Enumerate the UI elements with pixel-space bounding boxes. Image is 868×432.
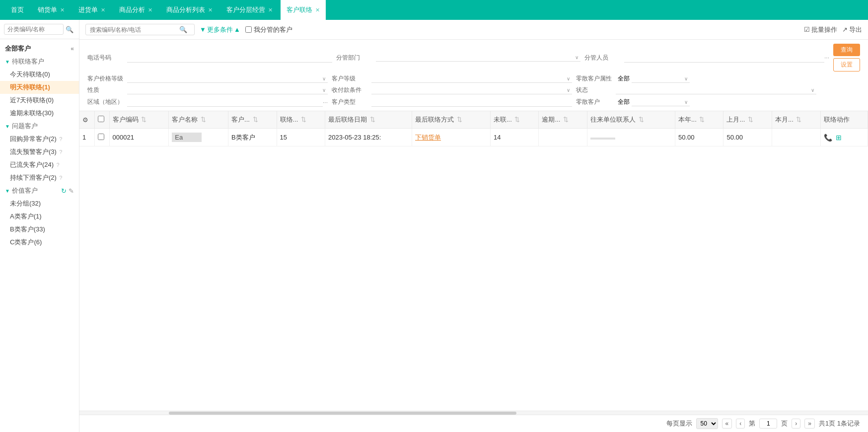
select-all-checkbox[interactable]: [98, 116, 104, 122]
row-last-contact-date: 2023-05-23 18:25:: [325, 129, 412, 146]
close-purchase-order-icon[interactable]: ✕: [101, 7, 105, 13]
all-customers-header[interactable]: 全部客户 «: [0, 42, 79, 55]
my-customers-checkbox-label[interactable]: 我分管的客户: [245, 25, 292, 34]
row-checkbox-cell[interactable]: [94, 129, 109, 146]
row-last-contact-method[interactable]: 下销货单: [412, 129, 491, 146]
sidebar-item-tomorrow-pending[interactable]: 明天待联络(1): [0, 81, 79, 94]
value-group-title[interactable]: ▼ 价值客户: [5, 186, 38, 195]
prev-page-button[interactable]: ‹: [736, 419, 745, 429]
row-checkbox[interactable]: [98, 134, 104, 140]
batch-operation-button[interactable]: ☑ 批量操作: [804, 25, 837, 34]
nav-purchase-order[interactable]: 进货单 ✕: [72, 0, 111, 20]
col-settings[interactable]: ⚙: [79, 111, 94, 129]
filter-region-more[interactable]: ···: [323, 99, 328, 106]
filter-status-select[interactable]: ∨: [616, 86, 816, 94]
per-page-select[interactable]: 50: [696, 418, 718, 429]
sidebar-item-b-class[interactable]: B类客户(33): [0, 223, 79, 236]
sidebar-item-overdue-pending[interactable]: 逾期未联络(30): [0, 107, 79, 120]
contact-person-masked: [590, 138, 615, 140]
sidebar-item-7days-pending[interactable]: 近7天待联络(0): [0, 94, 79, 107]
close-sales-order-icon[interactable]: ✕: [60, 7, 65, 13]
retail-attr-chevron-icon: ∨: [684, 76, 688, 81]
col-last-contact-date[interactable]: 最后联络日期 ⇅: [325, 111, 412, 129]
problem-group-title[interactable]: ▼ 问题客户: [0, 120, 79, 133]
sidebar-item-churned[interactable]: 已流失客户(24) ?: [0, 158, 79, 171]
nav-customer-contact[interactable]: 客户联络 ✕: [281, 0, 326, 20]
nav-product-analysis-list[interactable]: 商品分析列表 ✕: [160, 0, 218, 20]
sidebar-search-input[interactable]: [4, 24, 64, 35]
search-input[interactable]: [90, 26, 179, 33]
row-contact-count: 15: [277, 129, 325, 146]
query-button[interactable]: 查询: [833, 44, 860, 56]
col-checkbox[interactable]: [94, 111, 109, 129]
row-name[interactable]: Ea: [169, 129, 228, 146]
nav-product-analysis[interactable]: 商品分析 ✕: [113, 0, 158, 20]
col-this-month[interactable]: 本月... ⇅: [772, 111, 821, 129]
export-button[interactable]: ↗ 导出: [842, 25, 862, 34]
nav-customer-tier[interactable]: 客户分层经营 ✕: [220, 0, 279, 20]
filter-region-input[interactable]: [127, 97, 323, 107]
nav-sales-order[interactable]: 销货单 ✕: [32, 0, 71, 20]
col-customer-name[interactable]: 客户名称 ⇅: [169, 111, 228, 129]
sidebar-item-unclassified[interactable]: 未分组(32): [0, 197, 79, 210]
close-product-analysis-list-icon[interactable]: ✕: [208, 7, 213, 13]
data-table-wrap: ⚙ 客户编码 ⇅ 客户名称 ⇅ 客户... ⇅: [79, 111, 868, 411]
col-customer-type[interactable]: 客户... ⇅: [228, 111, 277, 129]
col-last-month[interactable]: 上月... ⇅: [723, 111, 772, 129]
filter-customer-level-select[interactable]: ∨: [371, 75, 572, 83]
close-customer-tier-icon[interactable]: ✕: [268, 7, 273, 13]
col-contact-person[interactable]: 往来单位联系人 ⇅: [587, 111, 675, 129]
filter-price-level-select[interactable]: ∨: [127, 75, 328, 83]
horizontal-scrollbar[interactable]: [79, 411, 868, 415]
filter-retail-customer-select[interactable]: ∨: [632, 98, 690, 106]
sidebar-item-declining[interactable]: 持续下滑客户(2) ?: [0, 171, 79, 184]
close-product-analysis-icon[interactable]: ✕: [148, 7, 152, 13]
sidebar-item-churn-warning[interactable]: 流失预警客户(3) ?: [0, 145, 79, 158]
filter-payment-terms-select[interactable]: ∨: [371, 86, 572, 94]
col-customer-code[interactable]: 客户编码 ⇅: [109, 111, 169, 129]
sidebar-search-icon[interactable]: 🔍: [66, 26, 73, 33]
col-overdue[interactable]: 逾期... ⇅: [539, 111, 587, 129]
filter-row-1: 电话号码 分管部门 ∨ 分管人员 ··· 查询 设置: [87, 44, 860, 72]
filter-nature-select[interactable]: ∨: [127, 86, 328, 94]
scrollbar-thumb[interactable]: [169, 412, 516, 415]
close-customer-contact-icon[interactable]: ✕: [315, 7, 320, 13]
page-number-input[interactable]: [759, 419, 777, 429]
more-conditions-toggle[interactable]: ▼ 更多条件 ▲: [200, 25, 240, 34]
filter-manager-more[interactable]: ···: [824, 54, 829, 61]
filter-phone-input[interactable]: [127, 53, 332, 63]
col-last-contact-method[interactable]: 最后联络方式 ⇅: [412, 111, 491, 129]
sort-year-icon: ⇅: [699, 116, 705, 123]
status-chevron-icon: ∨: [811, 87, 814, 93]
filter-region: 区域（地区） ···: [87, 97, 328, 107]
value-edit-icon[interactable]: ✎: [69, 187, 74, 195]
filter-customer-type-input[interactable]: [371, 97, 572, 107]
settings-button[interactable]: 设置: [833, 58, 860, 72]
sidebar-item-purchase-abnormal[interactable]: 回购异常客户(2) ?: [0, 133, 79, 145]
sidebar-search-area: 🔍: [0, 20, 79, 39]
sidebar-item-a-class[interactable]: A类客户(1): [0, 210, 79, 223]
filter-phone: 电话号码: [87, 53, 332, 63]
pending-group-title[interactable]: ▼ 待联络客户: [0, 55, 79, 68]
sidebar-item-c-class[interactable]: C类客户(6): [0, 236, 79, 249]
sidebar-item-today-pending[interactable]: 今天待联络(0): [0, 68, 79, 81]
next-page-button[interactable]: ›: [792, 419, 800, 429]
nav-home[interactable]: 首页: [5, 0, 30, 20]
col-this-year[interactable]: 本年... ⇅: [675, 111, 723, 129]
filter-dept-select[interactable]: ∨: [376, 54, 581, 62]
filter-payment-terms: 收付款条件 ∨: [332, 86, 572, 94]
col-contact-count[interactable]: 联络... ⇅: [277, 111, 325, 129]
total-records: 共1页 1条记录: [819, 419, 860, 428]
sort-thismonth-icon: ⇅: [796, 116, 801, 123]
last-page-button[interactable]: »: [804, 419, 815, 429]
filter-retail-attr-select[interactable]: ∨: [632, 75, 690, 83]
filter-manager-input[interactable]: [624, 53, 824, 63]
grid-action-icon[interactable]: ⊞: [836, 134, 842, 142]
problem-triangle-icon: ▼: [5, 124, 10, 129]
phone-action-icon[interactable]: 📞: [824, 134, 832, 142]
search-button-icon[interactable]: 🔍: [179, 26, 187, 33]
first-page-button[interactable]: «: [722, 419, 732, 429]
value-refresh-icon[interactable]: ↻: [61, 187, 67, 195]
my-customers-checkbox[interactable]: [245, 26, 252, 33]
col-unlinked[interactable]: 未联... ⇅: [490, 111, 539, 129]
